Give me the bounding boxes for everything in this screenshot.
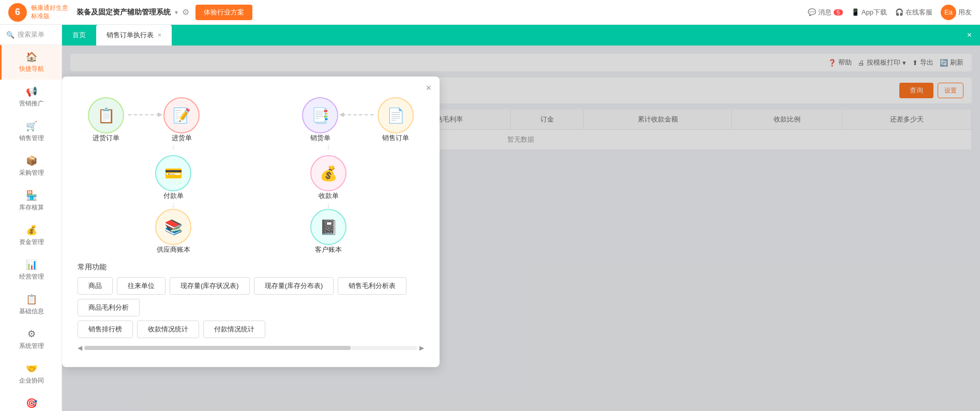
page-content: ❓ 帮助 🖨 按模板打印 ▾ ⬆ 导出 🔄 刷新: [62, 45, 980, 411]
customer-ledger-icon: 📓: [310, 209, 346, 245]
logo-area: 6 畅康通好生意 标准版: [8, 3, 70, 22]
logo-icon: 6: [8, 3, 27, 22]
func-btn-receipt-stats[interactable]: 收款情况统计: [137, 321, 199, 338]
payment-node: 💳 付款单: [155, 155, 191, 201]
func-btn-stock-status[interactable]: 现存量(库存状况表): [170, 277, 250, 295]
sidebar-item-purchase[interactable]: 📦 采购管理: [0, 149, 62, 184]
content-area: 首页 销售订单执行表 × × ❓ 帮助 🖨: [62, 25, 980, 411]
common-functions-title: 常用功能: [78, 263, 424, 272]
sales-icon: 🛒: [26, 120, 37, 132]
download-icon: 📱: [851, 8, 860, 16]
func-buttons-row1: 商品 往来单位 现存量(库存状况表) 现存量(库存分布表) 销售毛利分析表 商品…: [78, 277, 424, 316]
sidebar-item-operation[interactable]: 📊 经营管理: [0, 253, 62, 287]
supplier-ledger-label: 供应商账本: [157, 245, 190, 254]
sidebar-item-label: 基础信息: [19, 307, 44, 316]
main-layout: 🔍 搜索菜单 🏠 快捷导航 📢 营销推广 🛒 销售管理 📦 采购管理 🏪: [0, 25, 980, 411]
purchase-icon: 📦: [26, 155, 37, 166]
sidebar-item-label: 销售管理: [19, 134, 44, 143]
user-avatar: Ea: [941, 5, 956, 20]
common-functions: 常用功能 商品 往来单位 现存量(库存状况表) 现存量(库存分布表) 销售毛利分…: [78, 263, 424, 338]
supplier-ledger-node: 📚 供应商账本: [155, 209, 191, 254]
system-icon: ⚙: [27, 328, 36, 340]
app-download-btn[interactable]: 📱 App下载: [851, 8, 887, 17]
supplier-ledger-icon: 📚: [155, 209, 191, 245]
scroll-indicator: ◀ ▶: [78, 344, 424, 352]
user-area[interactable]: Ea 用友: [941, 5, 972, 20]
purchase-bill-icon: 📝: [163, 97, 200, 133]
sidebar-item-label: 库存核算: [19, 203, 44, 212]
basic-icon: 📋: [26, 294, 37, 305]
func-btn-sales-rank[interactable]: 销售排行榜: [78, 321, 133, 338]
sidebar-item-inventory[interactable]: 🏪 库存核算: [0, 184, 62, 218]
search-menu-btn[interactable]: 🔍 搜索菜单: [0, 25, 62, 45]
purchase-order-node: 📋 进货订单: [88, 97, 124, 143]
sales-order-icon: 📄: [378, 97, 414, 133]
sidebar-item-quick-nav[interactable]: 🏠 快捷导航: [0, 45, 62, 80]
sidebar-item-basic[interactable]: 📋 基础信息: [0, 287, 62, 322]
customer-ledger-label: 客户账本: [315, 245, 342, 254]
func-btn-partners[interactable]: 往来单位: [117, 277, 165, 295]
quick-nav-icon: 🏠: [26, 51, 37, 63]
sidebar-item-guide[interactable]: 🎯 新手引导: [0, 391, 62, 411]
receipt-node: 💰 收款单: [310, 155, 346, 201]
modal-dialog: × 📋 进货订单: [62, 77, 440, 367]
top-bar-left: 6 畅康通好生意 标准版 装备及固定资产辅助管理系统 ▾ ⚙ 体验行业方案: [8, 3, 252, 22]
tab-bar: 首页 销售订单执行表 × ×: [62, 25, 980, 45]
top-bar: 6 畅康通好生意 标准版 装备及固定资产辅助管理系统 ▾ ⚙ 体验行业方案 💬 …: [0, 0, 980, 25]
dropdown-arrow-icon[interactable]: ▾: [175, 9, 178, 16]
flow-area: 📋 进货订单 ▶ 📝: [78, 92, 424, 254]
online-service-btn[interactable]: 🎧 在线客服: [895, 8, 932, 17]
tab-close-icon[interactable]: ×: [158, 32, 161, 39]
sidebar-item-label: 营销推广: [19, 99, 44, 108]
payment-label: 付款单: [163, 191, 184, 201]
enterprise-icon: 🤝: [26, 363, 37, 374]
message-btn[interactable]: 💬 消息 5: [808, 8, 843, 17]
func-btn-goods[interactable]: 商品: [78, 277, 113, 295]
purchase-bill-node: 📝 进货单: [163, 97, 200, 143]
scroll-thumb[interactable]: [84, 346, 351, 350]
search-icon: 🔍: [6, 31, 14, 39]
scroll-right-icon[interactable]: ▶: [419, 344, 424, 352]
purchase-order-label: 进货订单: [93, 133, 119, 143]
sidebar-item-label: 快捷导航: [19, 65, 44, 73]
settings-icon[interactable]: ⚙: [182, 7, 189, 17]
sidebar-item-label: 经营管理: [19, 272, 44, 281]
func-btn-stock-dist[interactable]: 现存量(库存分布表): [254, 277, 334, 295]
tab-bar-close-icon[interactable]: ×: [959, 31, 980, 40]
payment-icon: 💳: [155, 155, 191, 191]
receipt-icon: 💰: [310, 155, 346, 191]
system-title: 装备及固定资产辅助管理系统: [77, 8, 171, 17]
scroll-track: [84, 346, 417, 350]
operation-icon: 📊: [26, 259, 37, 270]
purchase-order-icon: 📋: [88, 97, 124, 133]
inventory-icon: 🏪: [26, 190, 37, 201]
sales-order-node: 📄 销售订单: [378, 97, 414, 143]
sidebar-item-marketing[interactable]: 📢 营销推广: [0, 80, 62, 114]
message-badge: 5: [834, 9, 843, 16]
sales-bill-icon: 📑: [302, 97, 338, 133]
marketing-icon: 📢: [26, 86, 37, 97]
sidebar-item-enterprise[interactable]: 🤝 企业协同: [0, 357, 62, 391]
func-btn-sales-gross[interactable]: 销售毛利分析表: [338, 277, 406, 295]
tab-home[interactable]: 首页: [62, 25, 96, 45]
tab-sales-order[interactable]: 销售订单执行表 ×: [96, 25, 172, 45]
sidebar: 🔍 搜索菜单 🏠 快捷导航 📢 营销推广 🛒 销售管理 📦 采购管理 🏪: [0, 25, 62, 411]
sidebar-item-system[interactable]: ⚙ 系统管理: [0, 322, 62, 357]
sidebar-item-finance[interactable]: 💰 资金管理: [0, 218, 62, 253]
sidebar-item-label: 资金管理: [19, 238, 44, 247]
logo-text: 畅康通好生意 标准版: [31, 4, 68, 20]
system-title-area: 装备及固定资产辅助管理系统 ▾ ⚙: [77, 7, 189, 17]
modal-close-btn[interactable]: ×: [426, 83, 431, 94]
sales-bill-label: 销货单: [310, 133, 330, 143]
try-btn[interactable]: 体验行业方案: [195, 5, 252, 20]
func-btn-payment-stats[interactable]: 付款情况统计: [203, 321, 265, 338]
func-btn-goods-gross[interactable]: 商品毛利分析: [78, 299, 140, 316]
sales-order-label: 销售订单: [382, 133, 409, 143]
modal-overlay: × 📋 进货订单: [62, 45, 980, 411]
scroll-left-icon[interactable]: ◀: [78, 344, 82, 352]
finance-icon: 💰: [26, 224, 37, 236]
app-container: 6 畅康通好生意 标准版 装备及固定资产辅助管理系统 ▾ ⚙ 体验行业方案 💬 …: [0, 0, 980, 411]
sidebar-item-label: 系统管理: [19, 342, 44, 351]
sidebar-item-sales[interactable]: 🛒 销售管理: [0, 114, 62, 149]
sales-bill-node: 📑 销货单: [302, 97, 338, 143]
